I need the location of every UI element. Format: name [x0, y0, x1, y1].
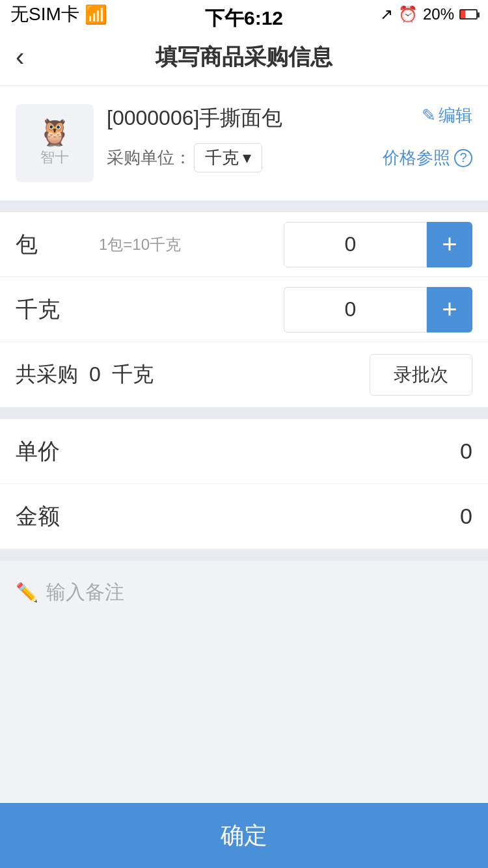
- record-batch-button[interactable]: 录批次: [370, 354, 472, 396]
- wifi-icon: 📶: [85, 4, 107, 25]
- section-divider-2: [0, 407, 488, 419]
- product-image: 🦉 智十: [16, 104, 94, 182]
- bag-input-row: 包 1包=10千克 +: [0, 212, 488, 277]
- section-divider-3: [0, 549, 488, 561]
- price-ref-button[interactable]: 价格参照 ?: [383, 146, 472, 169]
- product-name: [0000006]手撕面包: [107, 104, 422, 133]
- page-title: 填写商品采购信息: [156, 42, 332, 72]
- pencil-icon: ✏️: [16, 582, 38, 603]
- kg-input[interactable]: [284, 287, 427, 332]
- nav-bar: ‹ 填写商品采购信息: [0, 29, 488, 86]
- edit-button[interactable]: ✎ 编辑: [422, 104, 472, 127]
- info-section: 单价 0 金额 0: [0, 419, 488, 549]
- carrier-wifi: 无SIM卡 📶: [10, 2, 107, 27]
- main-content: 🦉 智十 [0000006]手撕面包 ✎ 编辑 采购单位： 千克 ▾: [0, 86, 488, 868]
- alarm-icon: ⏰: [398, 5, 418, 23]
- product-info: [0000006]手撕面包 ✎ 编辑 采购单位： 千克 ▾ 价格参照 ?: [107, 104, 472, 172]
- confirm-button[interactable]: 确定: [0, 803, 488, 868]
- amount-row: 金额 0: [0, 484, 488, 549]
- location-icon: ↗: [380, 5, 393, 23]
- note-section[interactable]: ✏️ 输入备注: [0, 561, 488, 624]
- summary-text: 共采购 0 千克: [16, 360, 154, 389]
- bag-sub-label: 1包=10千克: [99, 234, 284, 255]
- product-logo-icon: 🦉: [38, 119, 71, 145]
- product-unit-row: 采购单位： 千克 ▾ 价格参照 ?: [107, 143, 472, 172]
- summary-row: 共采购 0 千克 录批次: [0, 342, 488, 407]
- bag-plus-icon: +: [442, 230, 457, 259]
- confirm-label: 确定: [221, 820, 267, 852]
- dropdown-icon: ▾: [243, 148, 251, 168]
- product-card: 🦉 智十 [0000006]手撕面包 ✎ 编辑 采购单位： 千克 ▾: [0, 86, 488, 200]
- amount-label: 金额: [16, 502, 60, 532]
- battery-text: 20%: [423, 5, 454, 23]
- battery-area: ↗ ⏰ 20%: [380, 5, 478, 23]
- unit-price-row: 单价 0: [0, 419, 488, 484]
- summary-unit: 千克: [112, 362, 154, 386]
- info-icon: ?: [454, 149, 472, 167]
- unit-label: 采购单位：: [107, 146, 191, 169]
- unit-price-value: 0: [460, 439, 472, 464]
- kg-plus-icon: +: [442, 295, 457, 324]
- summary-value: 0: [89, 362, 101, 386]
- unit-value: 千克: [205, 146, 239, 169]
- time-display: 下午6:12: [205, 5, 283, 32]
- battery-icon: [459, 9, 478, 20]
- record-batch-label: 录批次: [394, 364, 448, 385]
- back-button[interactable]: ‹: [16, 42, 24, 72]
- bag-input[interactable]: [284, 222, 427, 267]
- unit-select[interactable]: 千克 ▾: [194, 143, 262, 172]
- edit-icon: ✎: [422, 105, 436, 126]
- status-bar: 无SIM卡 📶 下午6:12 ↗ ⏰ 20%: [0, 0, 488, 29]
- summary-prefix: 共采购: [16, 362, 78, 386]
- kg-input-row: 千克 +: [0, 277, 488, 342]
- bag-input-right: +: [284, 222, 472, 267]
- note-placeholder: 输入备注: [46, 579, 124, 606]
- section-divider-1: [0, 200, 488, 212]
- carrier-text: 无SIM卡: [10, 2, 79, 27]
- kg-plus-button[interactable]: +: [427, 287, 472, 332]
- kg-label: 千克: [16, 295, 94, 325]
- unit-price-label: 单价: [16, 437, 60, 467]
- product-logo-text: 智十: [38, 148, 71, 167]
- input-section: 包 1包=10千克 + 千克 +: [0, 212, 488, 342]
- price-ref-label: 价格参照: [383, 146, 450, 169]
- bag-plus-button[interactable]: +: [427, 222, 472, 267]
- amount-value: 0: [460, 504, 472, 529]
- kg-input-right: +: [284, 287, 472, 332]
- edit-label: 编辑: [439, 104, 472, 127]
- bag-label: 包: [16, 230, 94, 260]
- product-header: [0000006]手撕面包 ✎ 编辑: [107, 104, 472, 133]
